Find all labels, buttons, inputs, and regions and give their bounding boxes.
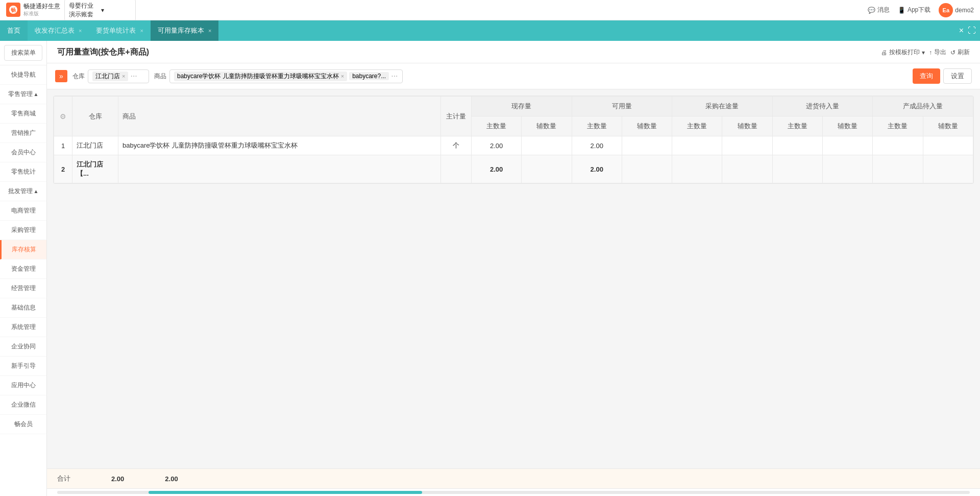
purchase-aux-header: 辅数量 — [722, 116, 772, 136]
row-production-main-subtotal — [873, 155, 923, 183]
product-input[interactable]: babycare学饮杯 儿童防摔防撞吸管杯重力球吸嘴杯宝宝水杯 × babyca… — [169, 69, 403, 83]
row-stock-main: 2.00 — [472, 136, 522, 155]
row-stock-aux — [522, 136, 572, 155]
scroll-thumb[interactable] — [149, 491, 422, 494]
product-tag-1: babycare学饮杯 儿童防摔防撞吸管杯重力球吸嘴杯宝宝水杯 × — [174, 72, 347, 81]
row-stock-main-subtotal: 2.00 — [472, 155, 522, 183]
refresh-btn[interactable]: ↺ 刷新 — [950, 48, 970, 57]
export-btn[interactable]: ↑ 导出 — [929, 48, 946, 57]
sidebar-item-operations[interactable]: 经营管理 — [0, 279, 46, 298]
settings-btn[interactable]: 设置 — [943, 68, 972, 84]
scroll-track — [57, 491, 970, 494]
warehouse-input[interactable]: 江北门店 × ··· — [88, 69, 149, 83]
sidebar-item-basic-info[interactable]: 基础信息 — [0, 298, 46, 318]
sidebar-item-marketing[interactable]: 营销推广 — [0, 124, 46, 143]
more-icon[interactable]: ··· — [130, 72, 137, 81]
close-icon[interactable]: × — [140, 28, 143, 34]
available-main-header: 主数量 — [572, 116, 622, 136]
row-warehouse-subtotal: 江北门店【... — [72, 155, 118, 183]
refresh-icon: ↺ — [950, 49, 955, 56]
row-available-aux — [622, 136, 672, 155]
warehouse-filter: 仓库 江北门店 × ··· — [72, 69, 149, 83]
appdown-icon: 📱 — [898, 7, 905, 14]
tab-order-stats[interactable]: 要货单统计表 × — [89, 20, 150, 41]
sidebar-item-quicknav[interactable]: 快捷导航 — [0, 65, 46, 85]
sidebar-item-purchase[interactable]: 采购管理 — [0, 221, 46, 240]
purchase-group-header: 采购在途量 — [672, 97, 773, 116]
query-btn[interactable]: 查询 — [913, 68, 940, 84]
row-index: 1 — [54, 136, 72, 155]
warehouse-label: 仓库 — [72, 72, 85, 81]
sidebar-item-member[interactable]: 畅会员 — [0, 415, 46, 434]
sidebar-item-membership[interactable]: 会员中心 — [0, 143, 46, 162]
appdown-btn[interactable]: 📱 App下载 — [898, 6, 930, 14]
sidebar-item-enterprise[interactable]: 企业协同 — [0, 337, 46, 357]
user-profile[interactable]: Ea demo2 — [939, 3, 974, 17]
export-icon: ↑ — [929, 49, 932, 56]
summary-stock: 2.00 — [111, 475, 124, 483]
product-header: 商品 — [118, 97, 441, 136]
warehouse-tag: 江北门店 × — [92, 72, 128, 81]
sidebar-item-appcenter[interactable]: 应用中心 — [0, 376, 46, 395]
page-header: 可用量查询(按仓库+商品) 🖨 按模板打印 ▾ ↑ 导出 ↺ 刷新 — [47, 41, 980, 63]
remove-product-1-icon[interactable]: × — [341, 73, 344, 79]
sidebar-item-inventory[interactable]: 库存核算 — [0, 240, 46, 259]
user-name: demo2 — [955, 7, 974, 14]
main-layout: 搜索菜单 快捷导航 零售管理 ▲ 零售商城 营销推广 会员中心 零售统计 批发管… — [0, 41, 980, 496]
production-main-header: 主数量 — [873, 116, 923, 136]
sidebar-item-wechat[interactable]: 企业微信 — [0, 395, 46, 415]
row-stock-aux-subtotal — [522, 155, 572, 183]
close-window-icon[interactable]: × — [959, 26, 964, 35]
filter-expand-btn[interactable]: » — [55, 70, 67, 82]
available-group-header: 可用量 — [572, 97, 672, 116]
tab-available-inventory[interactable]: 可用量库存账本 × — [151, 20, 218, 41]
available-aux-header: 辅数量 — [622, 116, 672, 136]
sidebar-search-area: 搜索菜单 — [0, 41, 46, 65]
close-icon[interactable]: × — [208, 28, 211, 34]
remove-warehouse-icon[interactable]: × — [122, 73, 125, 79]
summary-available-value: 2.00 — [165, 475, 178, 483]
chevron-down-icon: ▾ — [922, 49, 925, 56]
row-production-aux-subtotal — [923, 155, 973, 183]
product-label: 商品 — [154, 72, 166, 81]
gear-icon[interactable]: ⚙ — [60, 112, 66, 121]
expand-icon[interactable]: ⛶ — [968, 26, 976, 35]
sidebar: 搜索菜单 快捷导航 零售管理 ▲ 零售商城 营销推广 会员中心 零售统计 批发管… — [0, 41, 47, 496]
top-bar-right: 💬 消息 📱 App下载 Ea demo2 — [868, 3, 974, 17]
sidebar-item-wholesale-mgmt[interactable]: 批发管理 ▲ — [0, 182, 46, 201]
brand-icon: 畅 — [6, 3, 20, 17]
close-icon[interactable]: × — [79, 28, 82, 34]
summary-bar: 合计 2.00 2.00 — [47, 468, 980, 488]
product-filter: 商品 babycare学饮杯 儿童防摔防撞吸管杯重力球吸嘴杯宝宝水杯 × bab… — [154, 69, 403, 83]
production-group-header: 产成品待入量 — [873, 97, 973, 116]
print-btn[interactable]: 🖨 按模板打印 ▾ — [881, 48, 925, 57]
brand-name: 畅捷通好生意 — [23, 3, 60, 10]
message-icon: 💬 — [868, 7, 875, 14]
row-index: 2 — [54, 155, 72, 183]
tab-receive-summary[interactable]: 收发存汇总表 × — [28, 20, 89, 41]
chevron-icon: ▲ — [34, 91, 39, 97]
tab-home[interactable]: 首页 — [0, 20, 28, 41]
search-menu-btn[interactable]: 搜索菜单 — [4, 45, 42, 61]
row-available-main: 2.00 — [572, 136, 622, 155]
row-product-subtotal — [118, 155, 441, 183]
summary-available: 2.00 — [165, 475, 178, 483]
table-container: ⚙ 仓库 商品 主计量 现存量 可用量 采购在途量 进货待入量 产成品待入量 — [53, 96, 974, 184]
sidebar-item-newuser[interactable]: 新手引导 — [0, 357, 46, 376]
more-icon[interactable]: ··· — [391, 72, 398, 81]
top-bar-left: 畅 畅捷通好生意 标准版 母婴行业演示账套 ▾ — [6, 0, 136, 21]
sidebar-item-retail-mall[interactable]: 零售商城 — [0, 104, 46, 124]
arrival-main-header: 主数量 — [772, 116, 822, 136]
tenant-name: 母婴行业演示账套 — [69, 2, 99, 19]
row-purchase-aux-subtotal — [722, 155, 772, 183]
sidebar-item-finance[interactable]: 资金管理 — [0, 259, 46, 279]
sidebar-item-retail-stats[interactable]: 零售统计 — [0, 162, 46, 182]
sidebar-item-retail-mgmt[interactable]: 零售管理 ▲ — [0, 85, 46, 104]
row-arrival-aux-subtotal — [823, 155, 873, 183]
tenant-selector[interactable]: 母婴行业演示账套 ▾ — [64, 0, 136, 21]
sidebar-item-system[interactable]: 系统管理 — [0, 318, 46, 337]
sidebar-item-ecommerce[interactable]: 电商管理 — [0, 201, 46, 221]
avatar: Ea — [939, 3, 953, 17]
product-tag-2: babycare?... — [349, 72, 389, 80]
message-btn[interactable]: 💬 消息 — [868, 6, 890, 14]
